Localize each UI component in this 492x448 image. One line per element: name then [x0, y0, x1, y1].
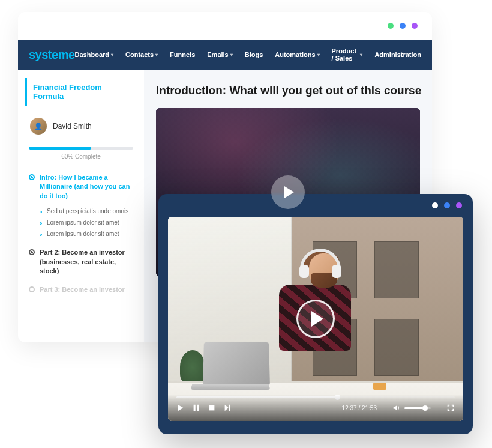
progress-text: 60% Complete: [25, 153, 137, 160]
module-intro[interactable]: Intro: How I became a Millionaire (and h…: [25, 168, 137, 205]
lesson-item[interactable]: Lorem ipsum dolor sit amet: [40, 228, 137, 240]
svg-rect-0: [194, 405, 196, 411]
nav-items: Dashboard▾ Contacts▾ Funnels Emails▾ Blo…: [75, 37, 421, 73]
volume-fill: [404, 407, 423, 409]
chevron-down-icon: ▾: [360, 52, 362, 58]
play-icon: [284, 186, 294, 198]
module-bullet-icon: [29, 249, 35, 255]
play-button[interactable]: [296, 300, 335, 338]
nav-emails[interactable]: Emails▾: [207, 37, 232, 73]
video-controls: 12:37 / 21:53: [168, 395, 463, 421]
progress-section: [25, 147, 137, 150]
nav-administration-label: Administration: [374, 51, 421, 58]
chevron-down-icon: ▾: [111, 52, 113, 58]
avatar: 👤: [30, 118, 47, 135]
window-dot-green[interactable]: [388, 23, 394, 29]
nav-contacts-label: Contacts: [125, 51, 154, 58]
course-author[interactable]: 👤 David Smith: [25, 114, 137, 138]
plant-decoration: [180, 350, 205, 384]
volume-control[interactable]: [392, 404, 431, 412]
laptop-illustration: [203, 342, 270, 385]
nav-emails-label: Emails: [207, 51, 228, 58]
bullet-icon: [40, 222, 42, 225]
brand-logo[interactable]: systeme: [29, 48, 75, 62]
progress-bar: [29, 147, 133, 150]
module-bullet-icon: [29, 174, 35, 180]
stop-control[interactable]: [208, 404, 216, 412]
nav-funnels[interactable]: Funnels: [170, 37, 195, 73]
window-dot-blue[interactable]: [400, 23, 406, 29]
volume-bar[interactable]: [404, 407, 431, 409]
nav-automations[interactable]: Automations▾: [275, 37, 319, 73]
bullet-icon: [40, 234, 42, 236]
fullscreen-control[interactable]: [446, 404, 455, 412]
nav-dashboard[interactable]: Dashboard▾: [75, 37, 113, 73]
video-frame[interactable]: 12:37 / 21:53: [168, 217, 463, 421]
phone-illustration: [373, 383, 386, 390]
author-name: David Smith: [53, 122, 92, 130]
play-button[interactable]: [271, 175, 305, 209]
course-title[interactable]: Financial Freedom Formula: [25, 78, 137, 106]
window-dot-purple[interactable]: [412, 23, 418, 29]
top-navbar: systeme Dashboard▾ Contacts▾ Funnels Ema…: [18, 40, 432, 70]
nav-product-sales-label: Product / Sales: [332, 47, 359, 62]
volume-icon: [392, 404, 401, 412]
window-controls: [388, 23, 418, 29]
chevron-down-icon: ▾: [155, 52, 158, 58]
lesson-title: Introduction: What will you get out of t…: [156, 84, 420, 97]
play-icon: [311, 311, 323, 327]
lesson-item[interactable]: Lorem ipsum dolor sit amet: [40, 217, 137, 228]
module-sub-items: Sed ut perspiciatis unde omnis Lorem ips…: [40, 205, 137, 240]
window-dot-blue[interactable]: [444, 202, 450, 208]
chevron-down-icon: ▾: [317, 52, 320, 58]
module-title: Part 2: Become an investor (businesses, …: [40, 248, 133, 276]
nav-funnels-label: Funnels: [170, 51, 195, 58]
lesson-item-label: Sed ut perspiciatis unde omnis: [47, 208, 128, 214]
nav-blogs[interactable]: Blogs: [245, 37, 263, 73]
nav-product-sales[interactable]: Product / Sales▾: [332, 37, 363, 73]
next-control[interactable]: [223, 404, 232, 412]
nav-dashboard-label: Dashboard: [75, 51, 109, 58]
nav-administration[interactable]: Administration: [374, 37, 421, 73]
module-part3[interactable]: Part 3: Become an investor: [25, 280, 137, 299]
play-control[interactable]: [176, 404, 185, 412]
chevron-down-icon: ▾: [230, 52, 233, 58]
lesson-item[interactable]: Sed ut perspiciatis unde omnis: [40, 205, 137, 217]
nav-blogs-label: Blogs: [245, 51, 263, 58]
nav-contacts[interactable]: Contacts▾: [125, 37, 158, 73]
module-title: Part 3: Become an investor: [40, 285, 125, 294]
lesson-item-label: Lorem ipsum dolor sit amet: [47, 219, 119, 226]
svg-rect-1: [197, 405, 199, 411]
svg-rect-3: [229, 405, 230, 411]
module-bullet-icon: [29, 286, 35, 292]
pause-control[interactable]: [192, 404, 200, 412]
window-dot-purple[interactable]: [456, 202, 462, 208]
svg-rect-2: [209, 405, 215, 411]
window-dot-white[interactable]: [432, 202, 438, 208]
video-player-window: 12:37 / 21:53: [158, 194, 473, 434]
course-sidebar: Financial Freedom Formula 👤 David Smith …: [18, 70, 144, 342]
time-display: 12:37 / 21:53: [342, 405, 377, 411]
laptop-base: [191, 384, 271, 390]
nav-automations-label: Automations: [275, 51, 315, 58]
video-window-controls: [158, 194, 473, 217]
module-part2[interactable]: Part 2: Become an investor (businesses, …: [25, 243, 137, 280]
bullet-icon: [40, 211, 42, 213]
progress-fill: [29, 147, 91, 150]
module-title: Intro: How I became a Millionaire (and h…: [40, 173, 133, 201]
lesson-item-label: Lorem ipsum dolor sit amet: [47, 231, 119, 237]
